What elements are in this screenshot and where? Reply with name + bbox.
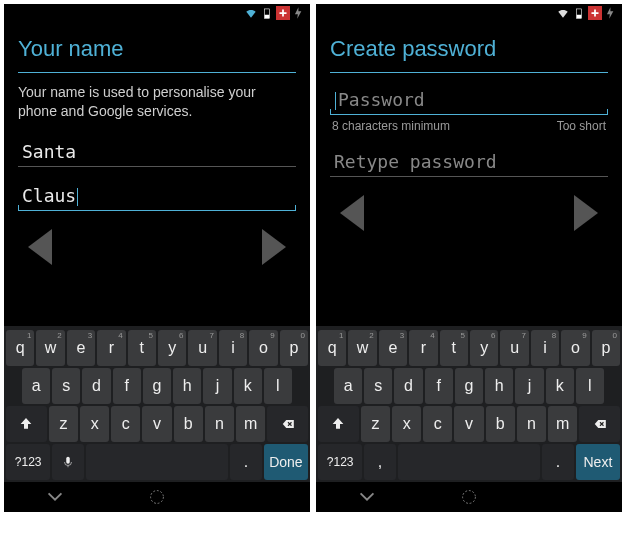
key-c[interactable]: c [423, 406, 452, 442]
key-z[interactable]: z [49, 406, 78, 442]
title-rule [18, 72, 296, 73]
key-m[interactable]: m [236, 406, 265, 442]
key-d[interactable]: d [394, 368, 422, 404]
last-name-input[interactable]: Claus [18, 179, 296, 211]
dot-key[interactable]: . [542, 444, 574, 480]
retype-password-input[interactable]: Retype password [330, 145, 608, 177]
key-u[interactable]: u7 [500, 330, 528, 366]
space-key[interactable] [398, 444, 540, 480]
key-a[interactable]: a [22, 368, 50, 404]
phone-right: Create password Password 8 characters mi… [316, 4, 622, 512]
mic-key[interactable] [52, 444, 84, 480]
shift-key[interactable] [6, 406, 47, 442]
shift-key[interactable] [318, 406, 359, 442]
key-o[interactable]: o9 [249, 330, 277, 366]
key-l[interactable]: l [264, 368, 292, 404]
key-f[interactable]: f [425, 368, 453, 404]
key-t[interactable]: t5 [128, 330, 156, 366]
key-y[interactable]: y6 [470, 330, 498, 366]
key-m[interactable]: m [548, 406, 577, 442]
svg-point-4 [151, 491, 164, 504]
keyboard: q1w2e3r4t5y6u7i8o9p0 asdfghjkl zxcvbnm ?… [4, 326, 310, 482]
svg-rect-1 [265, 15, 270, 19]
key-t[interactable]: t5 [440, 330, 468, 366]
key-e[interactable]: e3 [379, 330, 407, 366]
svg-rect-3 [66, 457, 70, 464]
key-v[interactable]: v [454, 406, 483, 442]
key-b[interactable]: b [174, 406, 203, 442]
key-a[interactable]: a [334, 368, 362, 404]
key-r[interactable]: r4 [97, 330, 125, 366]
done-key[interactable]: Done [264, 444, 308, 480]
key-j[interactable]: j [203, 368, 231, 404]
content-area: Create password Password 8 characters mi… [316, 22, 622, 231]
content-area: Your name Your name is used to personali… [4, 22, 310, 265]
key-n[interactable]: n [205, 406, 234, 442]
navbar-home-icon[interactable] [146, 486, 168, 508]
key-h[interactable]: h [485, 368, 513, 404]
wifi-icon [556, 6, 570, 20]
key-r[interactable]: r4 [409, 330, 437, 366]
first-name-input[interactable]: Santa [18, 135, 296, 167]
battery-icon [260, 6, 274, 20]
key-s[interactable]: s [52, 368, 80, 404]
key-i[interactable]: i8 [531, 330, 559, 366]
symbols-key[interactable]: ?123 [6, 444, 50, 480]
status-bar [316, 4, 622, 22]
key-l[interactable]: l [576, 368, 604, 404]
key-q[interactable]: q1 [6, 330, 34, 366]
key-n[interactable]: n [517, 406, 546, 442]
battery-icon [572, 6, 586, 20]
key-k[interactable]: k [546, 368, 574, 404]
next-key[interactable]: Next [576, 444, 620, 480]
space-key[interactable] [86, 444, 228, 480]
key-y[interactable]: y6 [158, 330, 186, 366]
key-z[interactable]: z [361, 406, 390, 442]
password-input[interactable]: Password [330, 83, 608, 115]
key-k[interactable]: k [234, 368, 262, 404]
key-e[interactable]: e3 [67, 330, 95, 366]
key-s[interactable]: s [364, 368, 392, 404]
page-title: Your name [18, 30, 296, 72]
key-v[interactable]: v [142, 406, 171, 442]
android-navbar [4, 482, 310, 512]
bolt-icon [604, 6, 618, 20]
dot-key[interactable]: . [230, 444, 262, 480]
key-o[interactable]: o9 [561, 330, 589, 366]
key-b[interactable]: b [486, 406, 515, 442]
key-g[interactable]: g [455, 368, 483, 404]
navbar-home-icon[interactable] [458, 486, 480, 508]
comma-key[interactable]: , [364, 444, 396, 480]
key-d[interactable]: d [82, 368, 110, 404]
password-helper: 8 characters minimum Too short [332, 119, 606, 133]
key-q[interactable]: q1 [318, 330, 346, 366]
svg-rect-6 [577, 15, 582, 19]
key-w[interactable]: w2 [36, 330, 64, 366]
key-c[interactable]: c [111, 406, 140, 442]
key-u[interactable]: u7 [188, 330, 216, 366]
key-p[interactable]: p0 [280, 330, 308, 366]
keyboard: q1w2e3r4t5y6u7i8o9p0 asdfghjkl zxcvbnm ?… [316, 326, 622, 482]
forward-arrow[interactable] [262, 229, 286, 265]
plus-icon [588, 6, 602, 20]
forward-arrow[interactable] [574, 195, 598, 231]
svg-point-8 [463, 491, 476, 504]
key-p[interactable]: p0 [592, 330, 620, 366]
back-arrow[interactable] [28, 229, 52, 265]
key-w[interactable]: w2 [348, 330, 376, 366]
key-x[interactable]: x [80, 406, 109, 442]
key-x[interactable]: x [392, 406, 421, 442]
backspace-key[interactable] [579, 406, 620, 442]
navbar-back-icon[interactable] [356, 486, 378, 508]
key-h[interactable]: h [173, 368, 201, 404]
symbols-key[interactable]: ?123 [318, 444, 362, 480]
back-arrow[interactable] [340, 195, 364, 231]
backspace-key[interactable] [267, 406, 308, 442]
navbar-back-icon[interactable] [44, 486, 66, 508]
key-g[interactable]: g [143, 368, 171, 404]
nav-arrows [330, 189, 608, 231]
key-j[interactable]: j [515, 368, 543, 404]
phone-left: Your name Your name is used to personali… [4, 4, 310, 512]
key-i[interactable]: i8 [219, 330, 247, 366]
key-f[interactable]: f [113, 368, 141, 404]
